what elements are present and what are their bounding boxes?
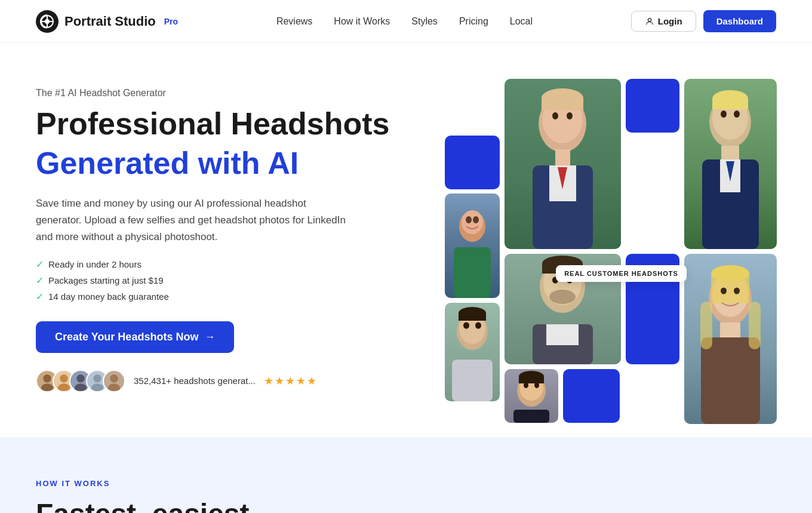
svg-point-15 <box>110 374 118 383</box>
svg-point-21 <box>473 216 479 223</box>
check-text-2: Packages starting at just $19 <box>48 275 164 285</box>
social-proof: 352,431+ headshots generat... ★★★★★ <box>36 370 421 392</box>
hero-heading: Professional Headshots Generated with AI <box>36 107 421 180</box>
svg-point-6 <box>648 18 651 21</box>
how-it-works-section: HOW IT WORKS Fastest, easiest profession… <box>0 437 812 513</box>
svg-point-73 <box>721 288 727 294</box>
collage-blue-2 <box>626 79 679 133</box>
svg-point-12 <box>75 383 87 391</box>
svg-point-16 <box>108 383 120 391</box>
collage-photo-woman1 <box>445 193 500 298</box>
svg-point-38 <box>721 110 727 118</box>
svg-point-10 <box>58 383 70 391</box>
nav-actions: Login Dashboard <box>631 10 776 32</box>
nav-links: Reviews How it Works Styles Pricing Loca… <box>276 16 533 27</box>
svg-point-20 <box>466 216 472 223</box>
how-title: Fastest, easiest professional headshots <box>36 497 776 513</box>
svg-point-48 <box>549 290 576 304</box>
logo-link[interactable]: Portrait Studio Pro <box>36 10 178 33</box>
person-silhouette-man5 <box>505 369 558 423</box>
svg-rect-25 <box>555 149 570 165</box>
collage-photo-woman2 <box>684 254 777 424</box>
collage-blue-4 <box>563 369 620 423</box>
badge-text: REAL CUSTOMER HEADSHOTS <box>564 270 678 277</box>
logo-pro-badge: Pro <box>164 17 178 26</box>
how-title-line1: Fastest, easiest <box>36 498 250 513</box>
logo-icon <box>36 10 59 33</box>
person-silhouette-woman2 <box>684 254 777 424</box>
svg-rect-45 <box>546 324 579 345</box>
svg-rect-31 <box>542 98 583 110</box>
svg-point-74 <box>734 288 740 294</box>
person-silhouette-man2 <box>684 79 777 249</box>
hero-checklist: ✓ Ready in under 2 hours ✓ Packages star… <box>36 259 421 302</box>
svg-point-39 <box>734 110 740 118</box>
hero-title-line2: Generated with AI <box>36 145 421 181</box>
svg-point-14 <box>91 383 103 391</box>
real-customer-badge: REAL CUSTOMER HEADSHOTS <box>556 265 687 282</box>
dashboard-button[interactable]: Dashboard <box>703 10 776 32</box>
avatar-5 <box>103 370 125 392</box>
nav-styles[interactable]: Styles <box>411 16 438 26</box>
cta-arrow-icon: → <box>204 331 215 343</box>
login-button[interactable]: Login <box>631 11 696 32</box>
login-label: Login <box>658 16 682 26</box>
svg-rect-66 <box>701 337 760 424</box>
avatar-person-5 <box>104 371 124 391</box>
check-item-3: ✓ 14 day money back guarantee <box>36 291 421 302</box>
svg-point-11 <box>76 374 85 383</box>
check-icon-1: ✓ <box>36 259 44 270</box>
dashboard-label: Dashboard <box>716 16 763 26</box>
person-silhouette-man1 <box>505 79 621 249</box>
collage-photo-man1 <box>505 79 621 249</box>
check-item-1: ✓ Ready in under 2 hours <box>36 259 421 270</box>
check-text-1: Ready in under 2 hours <box>48 259 142 269</box>
hero-title-line1: Professional Headshots <box>36 107 421 141</box>
svg-point-13 <box>93 374 102 383</box>
star-rating: ★★★★★ <box>264 374 318 388</box>
collage-blue-1 <box>445 136 500 189</box>
nav-pricing[interactable]: Pricing <box>459 16 488 26</box>
hero-subtitle: The #1 AI Headshot Generator <box>36 88 421 99</box>
camera-aperture-icon <box>40 14 54 29</box>
svg-rect-57 <box>459 313 486 321</box>
navigation: Portrait Studio Pro Reviews How it Works… <box>0 0 812 43</box>
nav-how-it-works[interactable]: How it Works <box>334 16 390 26</box>
svg-point-7 <box>43 374 51 383</box>
svg-rect-41 <box>712 99 748 109</box>
check-item-2: ✓ Packages starting at just $19 <box>36 275 421 286</box>
check-icon-3: ✓ <box>36 291 44 302</box>
hero-left: The #1 AI Headshot Generator Professiona… <box>36 88 421 392</box>
svg-rect-64 <box>513 410 549 423</box>
how-label: HOW IT WORKS <box>36 479 776 488</box>
check-icon-2: ✓ <box>36 275 44 286</box>
svg-rect-18 <box>454 247 491 298</box>
collage-photo-man4 <box>445 303 500 401</box>
hero-description: Save time and money by using our AI prof… <box>36 195 346 245</box>
svg-point-8 <box>41 383 53 391</box>
svg-rect-63 <box>519 376 544 383</box>
svg-point-54 <box>463 322 469 329</box>
svg-point-19 <box>462 210 483 234</box>
cta-button[interactable]: Create Your Headshots Now → <box>36 321 234 353</box>
nav-local[interactable]: Local <box>510 16 533 26</box>
hero-section: The #1 AI Headshot Generator Professiona… <box>0 43 812 437</box>
person-silhouette-man4 <box>445 303 500 401</box>
svg-rect-68 <box>720 322 740 337</box>
svg-point-55 <box>475 322 481 329</box>
svg-point-29 <box>567 112 573 119</box>
svg-rect-70 <box>711 274 749 303</box>
social-count: 352,431+ headshots generat... <box>134 376 256 386</box>
cta-label: Create Your Headshots Now <box>55 331 198 343</box>
hero-collage: REAL CUSTOMER HEADSHOTS <box>445 79 779 401</box>
collage-photo-man5 <box>505 369 558 423</box>
collage-photo-man2 <box>684 79 777 249</box>
svg-point-1 <box>45 19 50 24</box>
svg-rect-52 <box>452 360 493 401</box>
check-text-3: 14 day money back guarantee <box>48 291 169 302</box>
nav-reviews[interactable]: Reviews <box>276 16 312 26</box>
svg-rect-72 <box>749 302 761 349</box>
svg-rect-35 <box>721 146 739 159</box>
svg-point-9 <box>60 374 68 383</box>
logo-brand-name: Portrait Studio <box>64 14 156 29</box>
